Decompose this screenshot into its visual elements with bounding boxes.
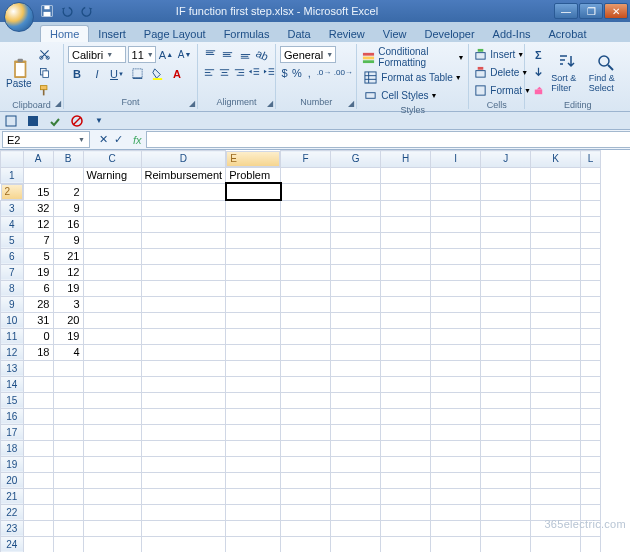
cell[interactable]: 9 bbox=[53, 232, 83, 248]
cell[interactable] bbox=[431, 456, 481, 472]
cell[interactable] bbox=[581, 200, 601, 216]
cell[interactable] bbox=[581, 312, 601, 328]
cell[interactable] bbox=[281, 296, 331, 312]
cell[interactable] bbox=[141, 440, 226, 456]
cell[interactable] bbox=[83, 280, 141, 296]
clear-icon[interactable] bbox=[529, 82, 547, 99]
cell[interactable] bbox=[23, 424, 53, 440]
cell[interactable] bbox=[23, 536, 53, 552]
cell[interactable] bbox=[331, 200, 381, 216]
column-header[interactable]: B bbox=[53, 151, 83, 168]
row-header[interactable]: 5 bbox=[1, 232, 24, 248]
name-box[interactable]: E2▼ bbox=[2, 131, 90, 148]
minimize-button[interactable]: — bbox=[554, 3, 578, 19]
cell[interactable] bbox=[481, 200, 531, 216]
column-header[interactable]: C bbox=[83, 151, 141, 168]
cell[interactable] bbox=[531, 167, 581, 183]
cell[interactable] bbox=[331, 440, 381, 456]
align-middle-icon[interactable] bbox=[219, 46, 236, 63]
row-header[interactable]: 3 bbox=[1, 200, 24, 216]
cell[interactable] bbox=[381, 296, 431, 312]
cell[interactable] bbox=[83, 456, 141, 472]
delete-cells-button[interactable]: Delete▼ bbox=[473, 64, 520, 81]
ribbon-tab-view[interactable]: View bbox=[374, 26, 416, 42]
cell[interactable] bbox=[226, 456, 281, 472]
cell[interactable] bbox=[226, 536, 281, 552]
ribbon-tab-review[interactable]: Review bbox=[320, 26, 374, 42]
cell[interactable] bbox=[141, 312, 226, 328]
cell[interactable] bbox=[531, 408, 581, 424]
cell[interactable] bbox=[83, 408, 141, 424]
maximize-button[interactable]: ❐ bbox=[579, 3, 603, 19]
select-all-button[interactable] bbox=[1, 151, 24, 168]
fx-icon[interactable]: fx bbox=[129, 134, 146, 146]
cell[interactable] bbox=[53, 376, 83, 392]
qat-dropdown-icon[interactable]: ▼ bbox=[92, 114, 106, 128]
cell[interactable] bbox=[481, 216, 531, 232]
cell[interactable] bbox=[431, 440, 481, 456]
column-header[interactable]: K bbox=[531, 151, 581, 168]
cell[interactable] bbox=[83, 360, 141, 376]
cell[interactable] bbox=[53, 424, 83, 440]
cell[interactable] bbox=[481, 408, 531, 424]
cell[interactable] bbox=[53, 504, 83, 520]
cell[interactable] bbox=[581, 392, 601, 408]
cell[interactable] bbox=[331, 456, 381, 472]
cell[interactable]: 19 bbox=[53, 328, 83, 344]
align-bottom-icon[interactable] bbox=[237, 46, 254, 63]
border-icon[interactable] bbox=[128, 65, 146, 82]
row-header[interactable]: 6 bbox=[1, 248, 24, 264]
cell[interactable] bbox=[381, 536, 431, 552]
cell[interactable] bbox=[581, 360, 601, 376]
cell[interactable]: 4 bbox=[53, 344, 83, 360]
row-header[interactable]: 4 bbox=[1, 216, 24, 232]
font-size-select[interactable]: 11▼ bbox=[128, 46, 156, 63]
enter-icon[interactable]: ✓ bbox=[111, 133, 125, 147]
cell[interactable] bbox=[141, 504, 226, 520]
ribbon-tab-home[interactable]: Home bbox=[40, 25, 89, 42]
format-painter-icon[interactable] bbox=[36, 82, 54, 99]
cell[interactable] bbox=[331, 216, 381, 232]
fill-icon[interactable] bbox=[529, 64, 547, 81]
cell[interactable]: 3 bbox=[53, 296, 83, 312]
cell[interactable] bbox=[331, 520, 381, 536]
row-header[interactable]: 23 bbox=[1, 520, 24, 536]
cell[interactable] bbox=[331, 424, 381, 440]
cell[interactable] bbox=[331, 360, 381, 376]
cell[interactable] bbox=[381, 520, 431, 536]
cell[interactable]: 15 bbox=[23, 183, 53, 200]
cell[interactable] bbox=[481, 280, 531, 296]
row-header[interactable]: 10 bbox=[1, 312, 24, 328]
cell[interactable] bbox=[226, 504, 281, 520]
cell[interactable] bbox=[83, 440, 141, 456]
cell[interactable] bbox=[431, 167, 481, 183]
cell[interactable] bbox=[83, 216, 141, 232]
cell[interactable] bbox=[331, 296, 381, 312]
cell[interactable] bbox=[331, 232, 381, 248]
decrease-decimal-icon[interactable]: .00→ bbox=[334, 64, 352, 81]
shrink-font-icon[interactable]: A▼ bbox=[176, 46, 193, 63]
cell[interactable] bbox=[281, 392, 331, 408]
cell[interactable]: 19 bbox=[23, 264, 53, 280]
cell[interactable]: 9 bbox=[53, 200, 83, 216]
decrease-indent-icon[interactable] bbox=[247, 64, 262, 81]
cell[interactable] bbox=[331, 472, 381, 488]
column-header[interactable]: L bbox=[581, 151, 601, 168]
cell[interactable] bbox=[431, 488, 481, 504]
cell[interactable] bbox=[581, 472, 601, 488]
cell[interactable] bbox=[23, 472, 53, 488]
row-header[interactable]: 15 bbox=[1, 392, 24, 408]
column-header[interactable]: F bbox=[281, 151, 331, 168]
cell[interactable] bbox=[481, 440, 531, 456]
cell[interactable] bbox=[431, 376, 481, 392]
cell[interactable] bbox=[331, 408, 381, 424]
cell[interactable] bbox=[581, 167, 601, 183]
cell[interactable] bbox=[226, 376, 281, 392]
cell[interactable]: 2 bbox=[53, 183, 83, 200]
cell[interactable] bbox=[431, 296, 481, 312]
cell[interactable]: 20 bbox=[53, 312, 83, 328]
insert-cells-button[interactable]: Insert▼ bbox=[473, 46, 520, 63]
cell[interactable] bbox=[83, 424, 141, 440]
cell[interactable] bbox=[481, 360, 531, 376]
increase-decimal-icon[interactable]: .0→ bbox=[316, 64, 333, 81]
